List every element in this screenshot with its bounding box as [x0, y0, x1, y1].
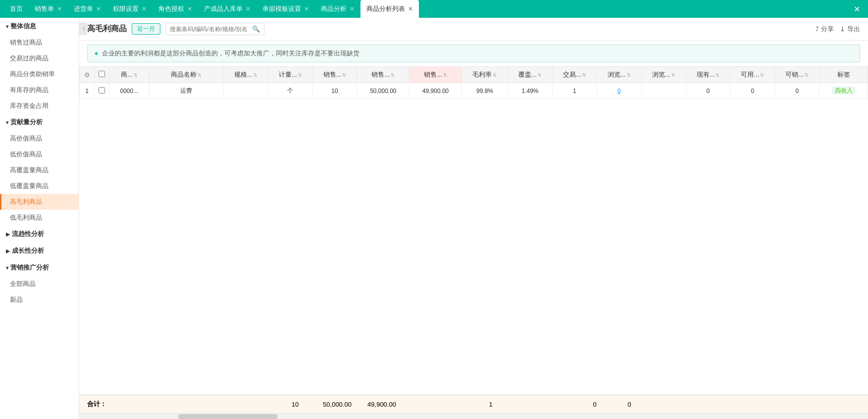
search-icon[interactable]: 🔍	[252, 25, 260, 33]
arrow-icon-growth: ▶	[6, 248, 10, 254]
sidebar-item-stock-capital[interactable]: 库存资金占用	[0, 98, 79, 114]
col-header-spec[interactable]: 规格...⇅	[223, 67, 268, 83]
sidebar-group-growth[interactable]: ▶ 成长性分析	[0, 242, 79, 259]
export-icon: ⤓	[840, 25, 845, 33]
sidebar-item-category-rate[interactable]: 商品分类助销率	[0, 66, 79, 82]
nav-item-purchase[interactable]: 进货单 ✕	[68, 0, 107, 18]
nav-close-sales[interactable]: ✕	[57, 5, 62, 12]
footer-values: 10 50,000.00 49,900.00 1 0 0	[112, 401, 860, 408]
search-box: 🔍	[165, 23, 264, 35]
footer-available: 0	[612, 401, 647, 408]
sidebar-item-sold-goods[interactable]: 销售过商品	[0, 35, 79, 50]
sidebar-item-low-margin[interactable]: 低毛利商品	[0, 210, 79, 226]
share-btn[interactable]: ⤴ 分享	[816, 25, 834, 34]
nav-item-inbound[interactable]: 产成品入库单 ✕	[198, 0, 256, 18]
nav-item-roles[interactable]: 角色授权 ✕	[153, 0, 198, 18]
col-header-saleable[interactable]: 可销...⇅	[775, 67, 819, 83]
col-header-gross-margin[interactable]: 毛利率⇅	[461, 67, 508, 83]
col-header-name[interactable]: 商品名称⇅	[149, 67, 223, 83]
footer-current-stock: 0	[577, 401, 612, 408]
cell-available: 0	[730, 83, 775, 99]
col-header-current-stock[interactable]: 现有...⇅	[686, 67, 730, 83]
sidebar-item-low-coverage[interactable]: 低覆盖量商品	[0, 178, 79, 194]
sidebar-group-trend[interactable]: ▶ 流趋性分析	[0, 226, 79, 242]
cell-name: 运费	[149, 83, 223, 99]
sidebar-group-overall-label: 整体信息	[10, 22, 36, 31]
page-title: 高毛利商品	[87, 24, 127, 34]
arrow-icon-overall: ▾	[6, 24, 8, 29]
nav-label-roles: 角色授权	[158, 4, 184, 13]
nav-label-perms: 权限设置	[113, 4, 139, 13]
top-nav: 首页 销售单 ✕ 进货单 ✕ 权限设置 ✕ 角色授权 ✕ 产成品入库单 ✕ 单据…	[0, 0, 868, 18]
nav-label-purchase: 进货单	[74, 4, 93, 13]
cell-unit: 个	[268, 83, 312, 99]
footer-sales-qty: 10	[275, 401, 315, 408]
nav-label-home: 首页	[10, 4, 23, 13]
row-checkbox[interactable]	[99, 87, 105, 93]
col-header-checkbox[interactable]	[95, 67, 109, 83]
sidebar-item-high-coverage[interactable]: 高覆盖量商品	[0, 162, 79, 178]
nav-item-sales[interactable]: 销售单 ✕	[29, 0, 68, 18]
sidebar-group-trend-label: 流趋性分析	[12, 230, 44, 238]
cell-view1[interactable]: 0	[597, 83, 641, 99]
select-all-checkbox[interactable]	[99, 71, 105, 77]
col-header-available[interactable]: 可用...⇅	[730, 67, 775, 83]
sidebar-group-growth-label: 成长性分析	[12, 246, 44, 255]
sidebar-item-stocked-goods[interactable]: 有库存的商品	[0, 82, 79, 98]
footer-totals: 合计： 10 50,000.00 49,900.00 1	[79, 394, 868, 413]
col-header-unit[interactable]: 计量...⇅	[268, 67, 312, 83]
arrow-icon-marketing: ▾	[6, 265, 8, 271]
sidebar-item-high-margin[interactable]: 高毛利商品	[0, 194, 79, 210]
nav-item-template[interactable]: 单据模板设置 ✕	[256, 0, 315, 18]
cell-checkbox[interactable]	[95, 83, 109, 99]
nav-item-perms[interactable]: 权限设置 ✕	[107, 0, 153, 18]
nav-label-analysis: 商品分析	[321, 4, 347, 13]
close-all-tabs[interactable]: ✕	[850, 4, 864, 14]
nav-label-template: 单据模板设置	[262, 4, 301, 13]
nav-item-analysis-list[interactable]: 商品分析列表 ✕	[360, 0, 419, 18]
col-header-trade[interactable]: 交易...⇅	[552, 67, 597, 83]
cell-sales-profit: 49,900.00	[409, 83, 462, 99]
nav-close-roles[interactable]: ✕	[187, 5, 192, 12]
col-header-view1[interactable]: 浏览...⇅	[597, 67, 641, 83]
content-area: 《 高毛利商品 近一月 🔍 ⤴ 分享 ⤓ 导出	[79, 18, 868, 419]
sidebar-item-traded-goods[interactable]: 交易过的商品	[0, 50, 79, 66]
sidebar: ▾ 整体信息 销售过商品 交易过的商品 商品分类助销率 有库存的商品 库存资金占…	[0, 18, 79, 419]
footer-sales-amount: 50,000.00	[315, 401, 359, 408]
col-header-sales-qty[interactable]: 销售...⇅	[312, 67, 357, 83]
sidebar-item-all-goods[interactable]: 全部商品	[0, 276, 79, 292]
sidebar-item-high-value[interactable]: 高价值商品	[0, 131, 79, 146]
nav-item-home[interactable]: 首页	[4, 0, 29, 18]
col-header-sales-profit[interactable]: 销售...⇅	[409, 67, 462, 83]
nav-close-inbound[interactable]: ✕	[246, 5, 251, 12]
collapse-sidebar-btn[interactable]: 《	[79, 23, 87, 35]
sidebar-item-low-value[interactable]: 低价值商品	[0, 146, 79, 162]
table-row: 1 0000... 运费 个 10 50,000.00 49,900.00 99…	[80, 83, 868, 99]
nav-close-analysis[interactable]: ✕	[350, 5, 355, 12]
col-header-code[interactable]: 商...⇅	[109, 67, 150, 83]
cell-view2	[641, 83, 686, 99]
col-header-coverage[interactable]: 覆盖...⇅	[508, 67, 553, 83]
search-input[interactable]	[170, 26, 250, 33]
col-header-view2[interactable]: 浏览...⇅	[641, 67, 686, 83]
settings-icon[interactable]: ⚙	[84, 71, 90, 79]
sidebar-group-marketing[interactable]: ▾ 营销推广分析	[0, 259, 79, 276]
sidebar-group-overall[interactable]: ▾ 整体信息	[0, 18, 79, 35]
col-header-sales-amount[interactable]: 销售...⇅	[357, 67, 409, 83]
export-btn[interactable]: ⤓ 导出	[840, 25, 860, 34]
scrollbar-thumb[interactable]	[178, 414, 277, 419]
nav-close-template[interactable]: ✕	[304, 5, 309, 12]
footer-label: 合计：	[87, 400, 112, 409]
horizontal-scrollbar[interactable]	[79, 413, 868, 419]
col-header-tag[interactable]: 标签	[819, 67, 868, 83]
nav-close-perms[interactable]: ✕	[142, 5, 147, 12]
nav-item-analysis[interactable]: 商品分析 ✕	[315, 0, 360, 18]
sidebar-group-contribution[interactable]: ▾ 贡献量分析	[0, 114, 79, 131]
nav-close-analysis-list[interactable]: ✕	[408, 5, 413, 12]
nav-close-purchase[interactable]: ✕	[96, 5, 101, 12]
cell-saleable: 0	[775, 83, 819, 99]
filter-recent-month-btn[interactable]: 近一月	[132, 23, 160, 35]
sidebar-item-new-goods[interactable]: 新品	[0, 292, 79, 308]
col-header-gear[interactable]: ⚙	[80, 67, 95, 83]
cell-sales-qty: 10	[312, 83, 357, 99]
